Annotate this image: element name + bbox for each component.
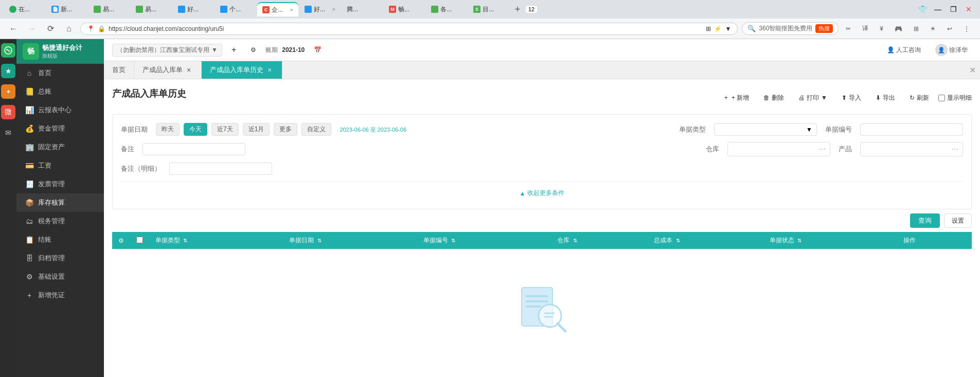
tab-home[interactable]: 首页 (104, 61, 134, 79)
refresh-button[interactable]: ↻ 刷新 (904, 92, 934, 104)
warehouse-input[interactable] (732, 146, 817, 153)
sidebar-item-archive[interactable]: 🗄归档管理 (16, 249, 104, 267)
th-doc-date[interactable]: 单据日期 ⇅ (283, 232, 417, 249)
browser-tab-9[interactable]: 腾... (342, 2, 383, 16)
strip-icon-1[interactable] (1, 43, 15, 58)
forward-button[interactable]: → (25, 22, 39, 36)
show-detail-checkbox[interactable] (938, 95, 945, 101)
add-button[interactable]: + + 新增 (719, 92, 754, 104)
product-input[interactable] (865, 146, 950, 153)
tab-history-close[interactable]: × (265, 66, 274, 74)
sidebar-item-payroll[interactable]: 💳工资 (16, 156, 104, 175)
date-7days-btn[interactable]: 近7天 (211, 123, 239, 136)
page-close-button[interactable]: ✕ (969, 65, 976, 75)
browser-tab-4[interactable]: 易... (131, 2, 172, 16)
sidebar-label-inventory: 库存核算 (38, 198, 65, 207)
doc-no-input[interactable] (860, 123, 963, 136)
service-button[interactable]: 👤 人工咨询 (883, 44, 925, 56)
sidebar-subtitle: 旗舰版 (42, 52, 82, 60)
th-doc-type[interactable]: 单据类型 ⇅ (149, 232, 283, 249)
browser-tab-7[interactable]: C 企... × (257, 2, 298, 16)
grid-btn[interactable]: ⊞ (910, 24, 923, 33)
sidebar-item-fund[interactable]: 💰资金管理 (16, 119, 104, 138)
th-check[interactable] (130, 232, 149, 249)
browser-tab-2[interactable]: 📄 新... (46, 2, 87, 16)
scissors-btn[interactable]: ✂ (842, 24, 855, 33)
th-status[interactable]: 单据状态 ⇅ (763, 232, 897, 249)
print-button[interactable]: 🖨 打印 ▼ (793, 92, 832, 104)
sidebar-item-checkout[interactable]: 📋结账 (16, 230, 104, 249)
sidebar-item-fixed-asset[interactable]: 🏢固定资产 (16, 138, 104, 156)
date-yesterday-btn[interactable]: 昨天 (156, 123, 180, 136)
user-profile[interactable]: 👤 徐泽华 (931, 42, 972, 58)
strip-icon-2[interactable]: ★ (1, 64, 15, 78)
sidebar-item-invoice[interactable]: 🧾发票管理 (16, 175, 104, 193)
calendar-icon[interactable]: 📅 (309, 44, 327, 56)
minimize-button[interactable]: — (931, 2, 945, 16)
account-selector[interactable]: （勿删勿禁用）江西豫宝测试专用 ▼ (112, 44, 222, 57)
browser-tab-3[interactable]: 易... (88, 2, 130, 16)
browser-tab-8[interactable]: 好... × (299, 2, 341, 16)
sidebar-item-settings[interactable]: ⚙基础设置 (16, 267, 104, 286)
th-doc-no[interactable]: 单据编号 ⇅ (417, 232, 551, 249)
browser-tab-11[interactable]: 各... (426, 2, 467, 16)
import-button[interactable]: ⬆ 导入 (836, 92, 866, 104)
settings-account-button[interactable]: ⚙ (245, 44, 261, 56)
translate-btn[interactable]: 译 (858, 23, 872, 34)
note-input[interactable] (142, 143, 245, 155)
detail-note-input[interactable] (169, 163, 272, 175)
sidebar-item-cloud-report[interactable]: 📊云报表中心 (16, 101, 104, 119)
doc-type-select[interactable]: ▼ (714, 123, 817, 136)
strip-icon-4[interactable]: 微 (1, 105, 15, 119)
theme-btn[interactable]: ☀ (926, 24, 940, 33)
browser-tab-6[interactable]: 个... (215, 2, 256, 16)
back-button[interactable]: ← (6, 22, 21, 36)
select-all-checkbox[interactable] (136, 237, 143, 243)
date-1month-btn[interactable]: 近1月 (243, 123, 270, 136)
browser-tab-5[interactable]: 好... (173, 2, 214, 16)
strip-icon-5[interactable]: ✉ (1, 125, 15, 140)
currency-btn[interactable]: ¥ (876, 24, 887, 33)
undo-btn[interactable]: ↩ (943, 24, 956, 33)
browser-tab-12[interactable]: S 目... (468, 2, 509, 16)
date-more-btn[interactable]: 更多 (274, 123, 297, 136)
shirt-icon[interactable]: 👕 (915, 2, 930, 16)
date-custom-btn[interactable]: 自定义 (301, 123, 331, 136)
close-button[interactable]: ✕ (961, 2, 976, 16)
restore-button[interactable]: ❐ (946, 2, 960, 16)
settings-button[interactable]: 设置 (944, 213, 972, 228)
sidebar-item-inventory[interactable]: 📦库存核算 (16, 193, 104, 212)
collapse-button[interactable]: ▲ 收起更多条件 (516, 186, 568, 201)
browser-tab-1[interactable]: 在... (4, 2, 45, 16)
tab-product-inbound-close[interactable]: × (185, 66, 193, 74)
url-bar[interactable]: 📍 🔒 https://cloud.chanjet.com/accounting… (80, 23, 738, 35)
th-gear[interactable]: ⚙ (112, 232, 130, 249)
th-total-cost[interactable]: 总成本 ⇅ (648, 232, 763, 249)
warehouse-dots[interactable]: ··· (819, 145, 826, 154)
tab-product-inbound-history[interactable]: 产成品入库单历史 × (202, 61, 282, 79)
more-btn[interactable]: ⋮ (959, 24, 974, 33)
date-today-btn[interactable]: 今天 (184, 123, 207, 136)
product-dots[interactable]: ··· (952, 145, 958, 154)
game-btn[interactable]: 🎮 (890, 24, 906, 33)
add-account-button[interactable]: + (226, 43, 241, 57)
query-button[interactable]: 查询 (910, 213, 940, 228)
delete-button[interactable]: 🗑 删除 (758, 92, 789, 104)
tab-product-inbound[interactable]: 产成品入库单 × (134, 61, 202, 79)
sidebar-item-ledger[interactable]: 📒总账 (16, 82, 104, 101)
browser-tab-10[interactable]: M 畅... (384, 2, 425, 16)
tab-7-close-icon[interactable]: × (290, 7, 293, 13)
home-button[interactable]: ⌂ (62, 22, 76, 36)
strip-icon-3[interactable]: ✦ (1, 84, 15, 99)
th-warehouse[interactable]: 仓库 ⇅ (551, 232, 648, 249)
refresh-button[interactable]: ⟳ (43, 22, 58, 36)
export-button[interactable]: ⬇ 导出 (870, 92, 900, 104)
sidebar-label-settings: 基础设置 (38, 272, 65, 281)
new-tab-button[interactable]: + (510, 2, 525, 16)
sidebar-item-newbill[interactable]: +新增凭证 (16, 286, 104, 304)
sidebar-item-home[interactable]: ⌂首页 (16, 64, 104, 82)
svg-line-6 (558, 324, 565, 331)
tab-8-close-icon[interactable]: × (332, 6, 335, 12)
print-label: 打印 (807, 94, 819, 102)
sidebar-item-tax[interactable]: 🗂税务管理 (16, 212, 104, 230)
